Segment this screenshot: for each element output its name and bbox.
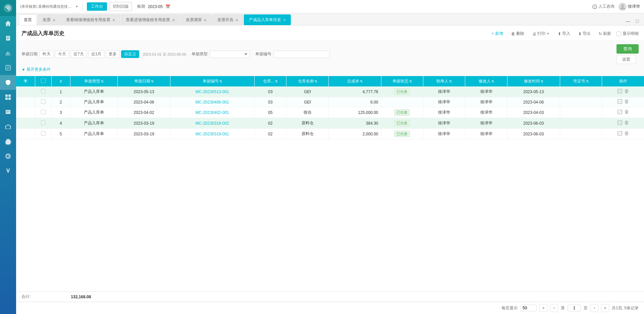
row-number-link[interactable]: MC-20230513-001 xyxy=(196,89,229,94)
user-info[interactable]: 徐泽华 xyxy=(619,3,640,11)
tab-invoice-calc[interactable]: 发票测算 × xyxy=(181,14,212,25)
col-settings[interactable] xyxy=(16,76,35,86)
sidebar-item-settings[interactable] xyxy=(0,134,16,149)
refresh-button[interactable]: ↻ 刷新 xyxy=(596,29,614,38)
col-total-cost[interactable]: 总成本 xyxy=(328,76,381,86)
col-modifier[interactable]: 修改人 xyxy=(465,76,507,86)
row-checkbox-cell[interactable] xyxy=(35,129,51,139)
workbench-button[interactable]: 工作台 xyxy=(87,2,107,11)
row-number[interactable]: MC-20230402-001 xyxy=(170,107,254,118)
col-voucher[interactable]: 凭证号 xyxy=(560,76,602,86)
row-number[interactable]: MC-20230406-001 xyxy=(170,97,254,107)
sidebar-item-grid[interactable] xyxy=(0,90,16,105)
row-edit-icon[interactable] xyxy=(618,99,622,105)
app-logo[interactable] xyxy=(0,0,16,16)
new-button[interactable]: + 新增 xyxy=(489,29,506,38)
query-button[interactable]: 查询 xyxy=(616,44,639,54)
row-checkbox[interactable] xyxy=(41,110,46,114)
row-checkbox[interactable] xyxy=(41,89,46,93)
row-checkbox-cell[interactable] xyxy=(35,107,51,118)
print-button[interactable]: 🖨 打印 ▼ xyxy=(530,29,552,38)
sidebar-item-v[interactable]: V xyxy=(0,164,16,178)
sidebar-item-tax[interactable] xyxy=(0,60,16,75)
row-checkbox[interactable] xyxy=(41,120,46,125)
tab-sales-vat[interactable]: 查看销项增值税专用发票 × xyxy=(61,14,120,25)
show-detail-checkbox-box[interactable] xyxy=(616,32,621,36)
row-checkbox-cell[interactable] xyxy=(35,118,51,129)
row-number[interactable]: MC-20230513-001 xyxy=(170,86,254,97)
prev-page-button[interactable]: ‹ xyxy=(550,304,558,312)
sidebar-item-warehouse[interactable] xyxy=(0,119,16,134)
tab-product-history-close[interactable]: × xyxy=(283,18,286,22)
tab-invoice-calc-close[interactable]: × xyxy=(204,18,207,22)
row-checkbox[interactable] xyxy=(41,99,46,104)
row-edit-icon[interactable] xyxy=(618,120,622,126)
custom-btn[interactable]: 自定义 xyxy=(121,50,139,58)
row-checkbox-cell[interactable] xyxy=(35,97,51,107)
tab-purchase-vat[interactable]: 查看进项增值税专用发票 × xyxy=(121,14,180,25)
show-detail-checkbox[interactable]: 显示明细 xyxy=(616,31,639,37)
select-all-checkbox[interactable] xyxy=(41,78,46,83)
row-checkbox[interactable] xyxy=(41,131,46,136)
first-page-button[interactable]: « xyxy=(539,304,547,312)
row-checkbox-cell[interactable] xyxy=(35,86,51,97)
col-warehouse-code[interactable]: 仓库... xyxy=(254,76,286,86)
last7days-btn[interactable]: 近7天 xyxy=(70,50,87,58)
help-button[interactable]: ? 人工咨询 xyxy=(592,4,614,9)
tab-maximize-button[interactable]: □ xyxy=(633,17,641,25)
last-page-button[interactable]: » xyxy=(601,304,609,312)
tab-invoice-close[interactable]: × xyxy=(53,18,55,22)
next-page-button[interactable]: › xyxy=(590,304,598,312)
tab-invoice[interactable]: 发票 × xyxy=(38,14,60,25)
page-number-input[interactable] xyxy=(568,305,581,311)
tab-invoice-open-close[interactable]: × xyxy=(235,18,238,22)
import-button[interactable]: ⬆ 导入 xyxy=(555,29,573,38)
col-warehouse-name[interactable]: 仓库名称 xyxy=(286,76,328,86)
sidebar-item-chart[interactable] xyxy=(0,46,16,60)
print-dropdown-icon[interactable]: ▼ xyxy=(546,32,550,36)
col-modify-time[interactable]: 修改时间 xyxy=(507,76,560,86)
sidebar-item-invoice[interactable] xyxy=(0,105,16,119)
row-edit-icon[interactable] xyxy=(618,89,622,95)
tab-home[interactable]: 首页 xyxy=(19,14,37,25)
row-edit-icon[interactable] xyxy=(618,110,622,115)
tab-invoice-open[interactable]: 发票开具 × xyxy=(212,14,243,25)
tab-minimize-button[interactable]: — xyxy=(624,17,632,25)
sidebar-item-home[interactable] xyxy=(0,16,16,31)
today-btn[interactable]: 今天 xyxy=(55,50,69,58)
tab-purchase-vat-close[interactable]: × xyxy=(172,18,175,22)
col-creator[interactable]: 制单人 xyxy=(423,76,465,86)
delete-button[interactable]: 🗑 删除 xyxy=(508,29,527,38)
export-button[interactable]: ⬇ 导出 xyxy=(576,29,593,38)
yesterday-btn[interactable]: 昨天 xyxy=(40,50,54,58)
row-delete-icon[interactable] xyxy=(624,131,629,137)
row-delete-icon[interactable] xyxy=(624,89,629,95)
row-number-link[interactable]: MC-20230406-001 xyxy=(196,100,229,105)
type-filter-select[interactable] xyxy=(210,51,250,58)
col-type[interactable]: 单据类型 xyxy=(70,76,117,86)
tab-product-history[interactable]: 产成品入库单历史 × xyxy=(244,14,291,25)
row-delete-icon[interactable] xyxy=(624,120,629,126)
row-number-link[interactable]: MC-20230319-002 xyxy=(196,121,229,126)
more-btn[interactable]: 更多 xyxy=(106,50,120,58)
company-dropdown-icon[interactable]: ▼ xyxy=(75,5,78,8)
row-number-link[interactable]: MC-20230402-001 xyxy=(196,110,229,115)
row-delete-icon[interactable] xyxy=(624,110,629,115)
period-calendar-icon[interactable]: 📅 xyxy=(165,4,170,9)
number-filter-input[interactable] xyxy=(273,51,330,58)
col-checkbox[interactable] xyxy=(35,76,51,86)
last1month-btn[interactable]: 近1月 xyxy=(88,50,105,58)
col-number[interactable]: 单据编号 xyxy=(170,76,254,86)
sidebar-item-shield[interactable] xyxy=(0,75,16,90)
tab-sales-vat-close[interactable]: × xyxy=(112,18,115,22)
row-number[interactable]: MC-20230319-001 xyxy=(170,129,254,139)
row-edit-icon[interactable] xyxy=(618,131,622,137)
page-size-select[interactable]: 50 100 200 xyxy=(520,305,537,311)
sidebar-item-document[interactable] xyxy=(0,31,16,46)
expand-conditions-button[interactable]: ▼ 展开更多条件 xyxy=(21,67,639,72)
sidebar-item-play[interactable] xyxy=(0,149,16,164)
set-button[interactable]: 设置 xyxy=(616,55,636,64)
company-selector[interactable]: (库存核算) 直播轻纯通信息技术股份... ▼ xyxy=(20,4,78,9)
row-delete-icon[interactable] xyxy=(624,99,629,105)
col-date[interactable]: 单据日期 xyxy=(118,76,170,86)
